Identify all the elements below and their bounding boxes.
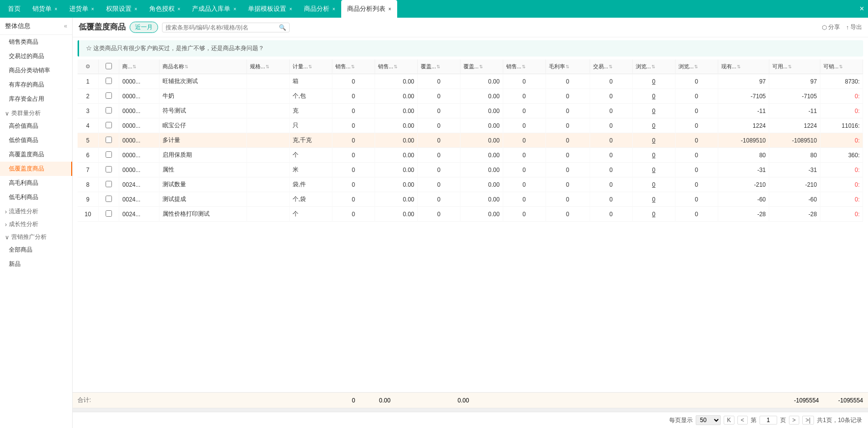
export-btn[interactable]: ↑ 导出 [846,23,862,31]
close-tab-product-analysis-list[interactable]: × [388,6,391,12]
row-name[interactable]: 旺辅批次测试 [159,74,246,89]
row-name[interactable]: 属性 [159,163,246,177]
row-browse1[interactable]: 0 [632,74,675,89]
sidebar-group-marketing-analysis[interactable]: ∨ 营销推广分析 [0,230,72,243]
sidebar-item-sales-products[interactable]: 销售类商品 [0,35,72,49]
row-checkbox[interactable] [98,177,119,192]
row-checkbox[interactable] [98,104,119,118]
col-transaction[interactable]: 交易...⇅ [590,59,632,74]
close-tab-sales-order[interactable]: × [54,6,57,12]
row-name[interactable]: 牛奶 [159,89,246,104]
col-code[interactable]: 商...⇅ [119,59,159,74]
tab-home[interactable]: 首页 [2,0,27,18]
sidebar-item-in-stock-products[interactable]: 有库存的商品 [0,78,72,92]
sidebar-group-flow-analysis[interactable]: › 流通性分析 [0,204,72,217]
close-tab-template-settings[interactable]: × [289,6,292,12]
col-current-qty[interactable]: 现有...⇅ [718,59,769,74]
sidebar-item-category-sales-rate[interactable]: 商品分类动销率 [0,63,72,78]
row-browse1[interactable]: 0 [632,148,675,163]
col-sales-amt[interactable]: 销售...⇅ [375,59,417,74]
tab-inbound[interactable]: 产成品入库单 × [186,0,242,18]
row-checkbox[interactable] [98,89,119,104]
row-name[interactable]: 符号测试 [159,104,246,118]
horizontal-scrollbar[interactable] [73,408,868,412]
row-browse1[interactable]: 0 [632,89,675,104]
prev-page-btn[interactable]: < [737,416,748,425]
search-icon[interactable]: 🔍 [279,24,286,31]
select-all-checkbox[interactable] [106,63,112,69]
tab-purchase-order[interactable]: 进货单 × [63,0,100,18]
row-browse1[interactable]: 0 [632,163,675,177]
row-checkbox[interactable] [98,192,119,207]
tab-template-settings[interactable]: 单据模板设置 × [242,0,298,18]
tab-product-analysis[interactable]: 商品分析 × [298,0,341,18]
row-browse1[interactable]: 0 [632,104,675,118]
col-gross-margin[interactable]: 毛利率⇅ [545,59,590,74]
row-name[interactable]: 启用保质期 [159,148,246,163]
sidebar-item-new-products[interactable]: 新品 [0,257,72,271]
row-checkbox[interactable] [98,148,119,163]
col-coverage1[interactable]: 覆盖...⇅ [417,59,460,74]
next-page-btn[interactable]: > [789,416,799,425]
sidebar-item-traded-products[interactable]: 交易过的商品 [0,49,72,63]
sidebar-item-all-products[interactable]: 全部商品 [0,243,72,257]
col-browse2[interactable]: 浏览...⇅ [675,59,718,74]
table-row: 3 0000... 符号测试 克 0 0.00 0 0.00 0 0 0 0 0… [78,104,863,118]
close-tab-purchase-order[interactable]: × [91,6,94,12]
sidebar-header[interactable]: 整体信息 « [0,18,72,35]
row-checkbox[interactable] [98,74,119,89]
last-page-btn[interactable]: >| [802,416,814,425]
page-size-select[interactable]: 50 20 100 [696,415,721,425]
row-browse1[interactable]: 0 [632,207,675,222]
filter-period-btn[interactable]: 近一月 [130,22,158,33]
row-checkbox[interactable] [98,163,119,177]
row-name[interactable]: 属性价格打印测试 [159,207,246,222]
col-available-qty[interactable]: 可用...⇅ [769,59,820,74]
sidebar-item-inventory-capital[interactable]: 库存资金占用 [0,92,72,106]
close-tab-roles[interactable]: × [178,6,181,12]
sidebar-group-growth-analysis[interactable]: › 成长性分析 [0,217,72,230]
row-browse1[interactable]: 0 [632,118,675,133]
row-name[interactable]: 眠宝公仔 [159,118,246,133]
sidebar-item-high-coverage[interactable]: 高覆盖度商品 [0,147,72,162]
settings-column-header[interactable]: ⚙ [78,59,98,74]
row-name[interactable]: 多计量 [159,133,246,148]
col-saleable[interactable]: 可销...⇅ [820,59,863,74]
close-all-tabs[interactable]: × [860,4,864,13]
row-cov1: 0 [417,133,460,148]
page-number-input[interactable] [760,416,777,425]
row-checkbox[interactable] [98,207,119,222]
col-spec[interactable]: 规格...⇅ [246,59,289,74]
col-sales-rate[interactable]: 销售...⇅ [503,59,545,74]
col-name[interactable]: 商品名称⇅ [159,59,246,74]
close-tab-product-analysis[interactable]: × [332,6,335,12]
first-page-btn[interactable]: K [724,416,734,425]
sidebar-item-low-value[interactable]: 低价值商品 [0,133,72,147]
row-browse1[interactable]: 0 [632,177,675,192]
sidebar-item-high-margin[interactable]: 高毛利商品 [0,176,72,190]
sidebar-group-category-analysis[interactable]: ∨ 类群量分析 [0,106,72,119]
col-coverage2[interactable]: 覆盖...⇅ [460,59,503,74]
row-checkbox[interactable] [98,118,119,133]
row-name[interactable]: 测试提成 [159,192,246,207]
collapse-sidebar-btn[interactable]: « [64,23,67,29]
col-unit[interactable]: 计量...⇅ [289,59,332,74]
sidebar-item-low-coverage[interactable]: 低覆盖度商品 [0,162,72,176]
sidebar-item-high-value[interactable]: 高价值商品 [0,119,72,133]
col-sales-qty[interactable]: 销售...⇅ [332,59,375,74]
close-tab-permissions[interactable]: × [135,6,137,12]
tab-permissions[interactable]: 权限设置 × [100,0,143,18]
col-browse1[interactable]: 浏览...⇅ [632,59,675,74]
row-available-qty: -1089510 [769,133,820,148]
tab-roles[interactable]: 角色授权 × [143,0,187,18]
search-input[interactable] [165,24,277,31]
close-tab-inbound[interactable]: × [233,6,236,12]
row-name[interactable]: 测试数量 [159,177,246,192]
row-browse1[interactable]: 0 [632,192,675,207]
row-browse1[interactable]: 0 [632,133,675,148]
tab-sales-order[interactable]: 销货单 × [27,0,63,18]
tab-product-analysis-list[interactable]: 商品分析列表 × [341,0,397,18]
row-checkbox[interactable] [98,133,119,148]
sidebar-item-low-margin[interactable]: 低毛利商品 [0,190,72,204]
share-btn[interactable]: ⬡ 分享 [822,23,840,31]
